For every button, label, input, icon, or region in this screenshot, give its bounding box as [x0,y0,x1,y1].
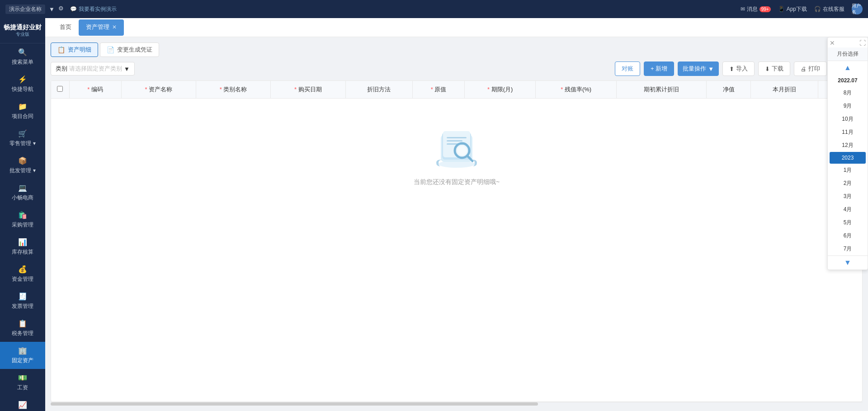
empty-text: 当前您还没有固定资产明细哦~ [414,178,500,186]
empty-row: 当前您还没有固定资产明细哦~ [51,99,862,214]
print-btn[interactable]: 🖨 打印 [794,61,827,76]
headset-icon: 🎧 [814,6,821,12]
month-item-9[interactable]: 9月 [828,99,868,113]
month-item-4[interactable]: 4月 [828,203,868,216]
app-icon: 📱 [778,6,785,12]
month-picker-nav-up[interactable]: ▲ [828,61,868,75]
scrollbar-thumb[interactable] [51,402,538,406]
sub-tab-change-voucher[interactable]: 📄 变更生成凭证 [100,43,159,57]
change-voucher-icon: 📄 [107,46,114,53]
close-panel-icon[interactable]: ✕ [830,39,835,47]
user-avatar[interactable]: 用户名 [852,4,863,14]
sidebar-item-wholesale-mgmt[interactable]: 📦 批发管理 ▾ [0,152,45,179]
demo-link[interactable]: 💬 我要看实例演示 [70,5,117,13]
category-placeholder: 请选择固定资产类别 [69,65,122,73]
sidebar-icon-salary: 💵 [18,373,27,382]
sidebar-item-fund-mgmt[interactable]: 💰 资金管理 [0,260,45,288]
month-item-8[interactable]: 8月 [828,86,868,99]
sidebar-icon-quick-nav: ⚡ [18,75,27,84]
tab-close-icon[interactable]: ✕ [112,24,117,30]
message-btn[interactable]: ✉ 消息 99+ [741,5,771,13]
tab-bar: 首页 资产管理 ✕ [45,18,868,37]
print-icon: 🖨 [801,66,807,72]
download-btn[interactable]: ⬇ 下载 [758,61,790,76]
month-item-3[interactable]: 3月 [828,190,868,203]
sidebar-logo-subtitle: 专业版 [16,31,29,38]
select-all-checkbox[interactable] [57,86,63,92]
sidebar-item-retail-mgmt[interactable]: 🛒 零售管理 ▾ [0,125,45,152]
filter-dropdown-icon: ▼ [124,66,130,72]
th-period: * 期限(月) [465,81,536,99]
app-download-btn[interactable]: 📱 App下载 [778,5,807,13]
month-item-5[interactable]: 5月 [828,216,868,229]
month-item-7[interactable]: 7月 [828,242,868,255]
batch-btn[interactable]: 批量操作 ▼ [678,61,719,76]
sidebar-item-search[interactable]: 🔍 搜索菜单 [0,43,45,71]
nav-up-btn[interactable]: ▲ [841,63,854,73]
add-btn[interactable]: + 新增 [644,61,674,76]
month-year-2023: 2023 [830,152,866,164]
sidebar: 畅捷通好业财 专业版 🔍 搜索菜单 ⚡ 快捷导航 📁 项目合同 🛒 零售管理 ▾… [0,18,45,411]
month-item-2[interactable]: 2月 [828,177,868,190]
sidebar-label-tax-mgmt: 税务管理 [12,330,33,337]
asset-detail-icon: 📋 [57,46,65,53]
th-residual-rate: * 残值率(%) [536,81,617,99]
page-content: 📋 资产明细 📄 变更生成凭证 类别 请选择固定资产类别 ▼ 对账 [45,37,868,411]
company-dropdown-arrow[interactable]: ▼ [49,6,55,13]
month-picker-panel: ✕ ⛶ 月份选择 ▲ 2022.07 8月 9月 10月 11月 1 [827,37,868,270]
sidebar-item-fixed-assets[interactable]: 🏢 固定资产 [0,342,45,369]
message-badge: 99+ [760,6,771,12]
batch-dropdown-icon: ▼ [708,66,714,72]
reconcile-btn[interactable]: 对账 [615,61,640,76]
empty-state: 当前您还没有固定资产明细哦~ [51,99,862,213]
sidebar-item-purchase-mgmt[interactable]: 🛍️ 采购管理 [0,206,45,233]
sidebar-label-quick-nav: 快捷导航 [12,85,33,93]
sidebar-icon-invoice-mgmt: 🧾 [18,292,27,301]
nav-down-btn[interactable]: ▼ [841,258,854,268]
th-purchase-date: * 购买日期 [271,81,345,99]
company-name[interactable]: 演示企业名称 [5,5,45,14]
sidebar-label-fixed-assets: 固定资产 [12,357,33,364]
sidebar-label-fund-mgmt: 资金管理 [12,275,33,283]
sidebar-item-project-contract[interactable]: 📁 项目合同 [0,98,45,125]
sidebar-item-business-mgmt[interactable]: 📈 经营管理 [0,396,45,411]
tab-home[interactable]: 首页 [52,19,79,36]
toolbar: 类别 请选择固定资产类别 ▼ 对账 + 新增 批量操作 ▼ ⬆ 导入 ⬇ [51,61,863,76]
message-icon: ✉ [741,6,745,12]
sidebar-label-invoice-mgmt: 发票管理 [12,302,33,310]
import-icon: ⬆ [729,66,734,72]
expand-panel-icon[interactable]: ⛶ [859,39,866,47]
content-area: 首页 资产管理 ✕ 📋 资产明细 📄 变更生成凭证 [45,18,868,411]
svg-rect-5 [447,140,462,142]
sidebar-item-quick-nav[interactable]: ⚡ 快捷导航 [0,71,45,98]
month-current-display[interactable]: 2022.07 [828,75,868,86]
download-icon: ⬇ [765,66,770,72]
sidebar-item-tax-mgmt[interactable]: 📋 税务管理 [0,315,45,342]
tab-asset-mgmt[interactable]: 资产管理 ✕ [79,19,124,36]
category-filter[interactable]: 类别 请选择固定资产类别 ▼ [51,62,135,76]
svg-rect-4 [447,137,467,138]
sub-tab-asset-detail[interactable]: 📋 资产明细 [51,43,98,57]
bottom-scrollbar[interactable] [51,402,863,406]
svg-point-8 [457,146,467,156]
sidebar-label-retail-mgmt: 零售管理 ▾ [9,140,35,147]
month-item-1[interactable]: 1月 [828,164,868,177]
sidebar-item-ecommerce[interactable]: 💻 小畅电商 [0,179,45,206]
sidebar-icon-project-contract: 📁 [18,102,27,111]
th-net-value: 净值 [707,81,751,99]
toolbar-left: 类别 请选择固定资产类别 ▼ [51,62,611,76]
month-item-10[interactable]: 10月 [828,113,868,126]
th-accumulated-depreciation: 期初累计折旧 [617,81,707,99]
sidebar-item-salary[interactable]: 💵 工资 [0,369,45,396]
month-picker-nav-down[interactable]: ▼ [828,255,868,269]
import-btn[interactable]: ⬆ 导入 [722,61,755,76]
sidebar-item-invoice-mgmt[interactable]: 🧾 发票管理 [0,288,45,315]
sidebar-item-inventory[interactable]: 📊 库存核算 [0,233,45,260]
month-item-11[interactable]: 11月 [828,126,868,139]
online-service-btn[interactable]: 🎧 在线客服 [814,5,844,13]
month-list: 2022.07 8月 9月 10月 11月 12月 2023 1月 2月 3月 … [828,75,868,255]
settings-icon[interactable]: ⚙ [58,5,66,13]
sidebar-label-inventory: 库存核算 [12,248,33,256]
month-item-12[interactable]: 12月 [828,139,868,152]
month-item-6[interactable]: 6月 [828,229,868,242]
